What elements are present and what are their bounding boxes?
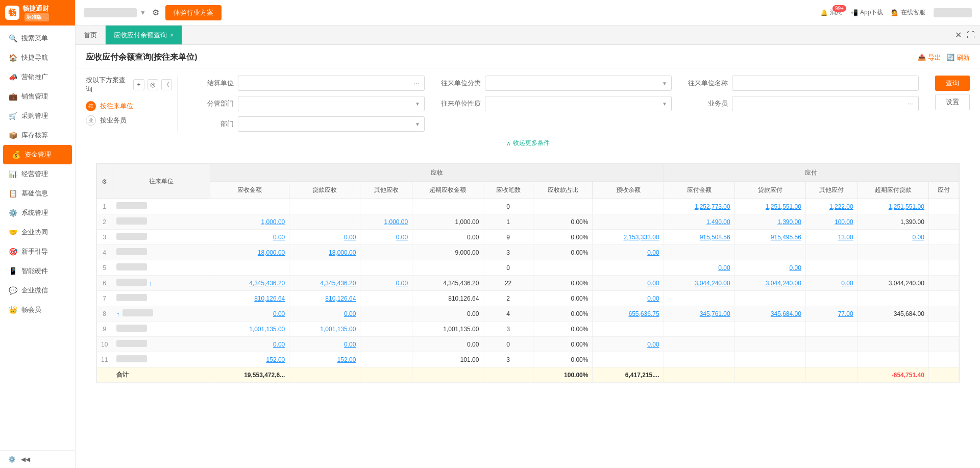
filter-dept: 部门 ▼	[188, 116, 425, 132]
loan-recv	[289, 214, 360, 230]
dept-select[interactable]: ▼	[238, 116, 425, 132]
sidebar-item-label: 资金管理	[24, 150, 51, 159]
salesperson-input[interactable]: ···	[732, 96, 919, 111]
sidebar-item-smart-hw[interactable]: 📱 智能硬件	[0, 261, 75, 281]
sidebar-item-corp-wechat[interactable]: 💬 企业微信	[0, 281, 75, 300]
export-button[interactable]: 📤 导出	[918, 53, 941, 62]
sidebar-item-inventory[interactable]: 📦 库存核算	[0, 126, 75, 145]
loan-pay	[734, 337, 805, 352]
quick-nav-icon: 🏠	[8, 54, 17, 62]
tab-close-window-icon[interactable]: ✕	[955, 30, 962, 40]
sidebar-item-system[interactable]: ⚙️ 系统管理	[0, 203, 75, 223]
overdue-pay	[857, 322, 928, 337]
total-recv-amount: 19,553,472,6...	[210, 367, 289, 383]
pay-extra	[928, 230, 959, 245]
tab-close-icon[interactable]: ×	[170, 32, 174, 39]
logo-icon: 畅	[5, 6, 19, 20]
notification-area[interactable]: 🔔 消息 99+	[820, 8, 842, 17]
filter-collapse-btn[interactable]: 《	[161, 79, 172, 90]
overdue-pay: 345,684.00	[857, 306, 928, 322]
page-content: 应收应付余额查询(按往来单位) 📤 导出 🔄 刷新	[76, 45, 980, 468]
recv-amount: 810,126.64	[210, 291, 289, 306]
sidebar-item-finance[interactable]: 💰 资金管理	[3, 145, 72, 164]
recv-pct: 0.00%	[533, 276, 593, 291]
sidebar-item-search-menu[interactable]: 🔍 搜索菜单	[0, 29, 75, 48]
partner-category-select[interactable]: ▼	[485, 76, 672, 91]
loan-recv: 0.00	[289, 337, 360, 352]
pay-amount: 0.00	[664, 260, 734, 276]
refresh-button[interactable]: 🔄 刷新	[946, 53, 970, 62]
tab-fullscreen-icon[interactable]: ⛶	[967, 31, 975, 40]
user-avatar-blurred[interactable]: Rit	[934, 8, 972, 17]
finance-icon: 💰	[11, 151, 20, 159]
settlement-unit-input[interactable]: ···	[238, 76, 425, 91]
other-recv: 0.00	[360, 276, 412, 291]
prepay	[593, 322, 664, 337]
filter-area: 按以下方案查询 + ◎ 《 按 按往来单位 业 按业务员	[76, 68, 980, 158]
tab-home[interactable]: 首页	[76, 26, 106, 44]
recv-pct: 0.00%	[533, 322, 593, 337]
collapse-filter-btn[interactable]: ∧ 收起更多条件	[503, 136, 553, 151]
sidebar-item-operation[interactable]: 📊 经营管理	[0, 164, 75, 184]
other-recv	[360, 352, 412, 367]
add-filter-btn[interactable]: +	[133, 79, 144, 90]
table-row: 7 810,126.64 810,126.64 810,126.64 2 0.0…	[97, 291, 959, 306]
pay-amount	[664, 245, 734, 260]
partner-nature-select[interactable]: ▼	[485, 96, 672, 111]
setting-button[interactable]: 设置	[935, 94, 970, 110]
tab-active[interactable]: 应收应付余额查询 ×	[106, 26, 182, 44]
other-recv	[360, 291, 412, 306]
sidebar-item-purchase[interactable]: 🛒 采购管理	[0, 106, 75, 126]
recv-count: 2	[483, 291, 533, 306]
filter-icon-btn[interactable]: ◎	[148, 79, 158, 90]
th-pay-amount: 应付金额	[664, 182, 734, 199]
other-pay	[805, 245, 857, 260]
loan-recv: 18,000.00	[289, 245, 360, 260]
app-download-area[interactable]: 📲 App下载	[850, 8, 883, 17]
sidebar-item-vip[interactable]: 👑 畅会员	[0, 300, 75, 319]
partner-name-input[interactable]	[732, 76, 919, 91]
recv-amount: 1,000.00	[210, 214, 289, 230]
recv-count: 3	[483, 322, 533, 337]
marketing-icon: 📣	[8, 73, 17, 81]
query-button[interactable]: 查询	[935, 76, 970, 91]
th-prepay: 预收余额	[593, 182, 664, 199]
dept-manage-select[interactable]: ▼	[238, 96, 425, 111]
other-pay: 100.00	[805, 214, 857, 230]
page-header-actions: 📤 导出 🔄 刷新	[918, 53, 970, 62]
recv-amount: 0.00	[210, 306, 289, 322]
sidebar-item-label: 基础信息	[21, 189, 48, 198]
recv-count: 22	[483, 276, 533, 291]
pay-extra	[928, 214, 959, 230]
sidebar-item-basic-info[interactable]: 📋 基础信息	[0, 184, 75, 203]
scheme-icon-salesperson: 业	[86, 115, 96, 126]
pay-extra	[928, 337, 959, 352]
sidebar-item-marketing[interactable]: 📣 营销推广	[0, 67, 75, 87]
recv-amount: 152.00	[210, 352, 289, 367]
gear-button[interactable]: ⚙	[152, 8, 159, 17]
settings-bottom-icon[interactable]: ⚙️	[8, 456, 16, 463]
online-service-area[interactable]: 💁 在线客服	[891, 8, 925, 17]
filter-label-salesperson: 业务员	[682, 99, 728, 108]
sidebar-item-corp-collab[interactable]: 🤝 企业协同	[0, 223, 75, 242]
scheme-item-partner[interactable]: 按 按往来单位	[86, 99, 172, 113]
operation-icon: 📊	[8, 170, 17, 178]
sidebar-item-quick-nav[interactable]: 🏠 快捷导航	[0, 48, 75, 67]
scheme-icon-partner: 按	[86, 101, 96, 111]
partner-cell: ↑	[112, 306, 210, 322]
loan-recv: 810,126.64	[289, 291, 360, 306]
recv-count: 9	[483, 230, 533, 245]
th-settings[interactable]: ⚙	[97, 164, 112, 199]
online-service-icon: 💁	[891, 9, 899, 16]
other-recv	[360, 199, 412, 214]
overdue-pay	[857, 260, 928, 276]
loan-pay	[734, 352, 805, 367]
other-recv: 0.00	[360, 230, 412, 245]
sidebar-item-sales[interactable]: 💼 销售管理	[0, 87, 75, 106]
solution-btn[interactable]: 体验行业方案	[165, 5, 222, 20]
scheme-item-salesperson[interactable]: 业 按业务员	[86, 113, 172, 128]
collapse-bottom-icon[interactable]: ◀◀	[21, 456, 30, 463]
sidebar-item-newbie[interactable]: 🎯 新手引导	[0, 242, 75, 261]
table-row: 11 152.00 152.00 101.00 3 0.00%	[97, 352, 959, 367]
total-loan-pay	[734, 367, 805, 383]
